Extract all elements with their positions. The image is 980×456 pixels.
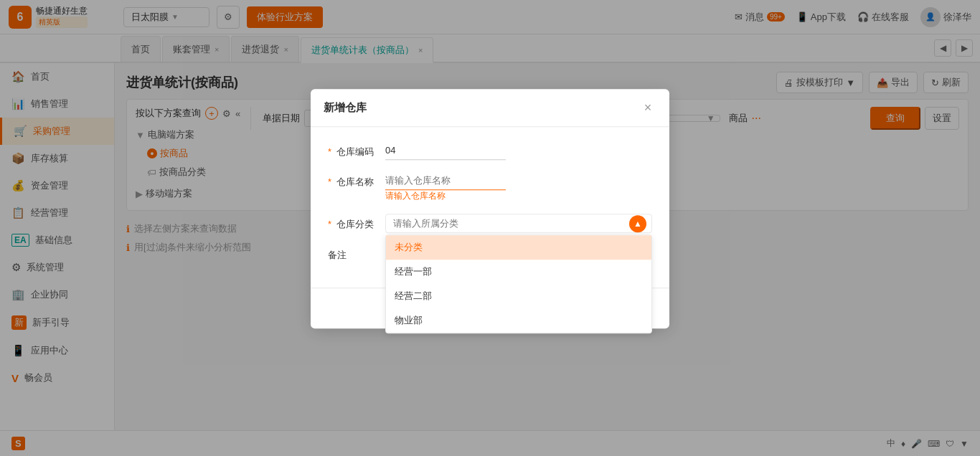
modal-close-button[interactable]: ×: [639, 99, 656, 116]
warehouse-code-input[interactable]: [385, 141, 506, 160]
modal-header: 新增仓库 ×: [311, 89, 669, 127]
warehouse-category-row: * 仓库分类 ▲ 未分类 经营一部 经营二部 物业部: [328, 214, 652, 233]
warehouse-category-label: * 仓库分类: [328, 214, 385, 231]
warehouse-name-input-wrap: [385, 171, 506, 190]
modal-title: 新增仓库: [324, 101, 367, 115]
warehouse-category-select-wrap: ▲ 未分类 经营一部 经营二部 物业部: [385, 214, 652, 233]
dropdown-option-uncategorized[interactable]: 未分类: [386, 235, 651, 260]
dropdown-option-dept1[interactable]: 经营一部: [386, 260, 651, 284]
dropdown-option-dept2[interactable]: 经营二部: [386, 284, 651, 308]
remark-label: 备注: [328, 244, 385, 262]
warehouse-category-input[interactable]: [385, 214, 652, 233]
warehouse-code-row: * 仓库编码: [328, 141, 652, 160]
warehouse-code-label: * 仓库编码: [328, 141, 385, 158]
modal-body: * 仓库编码 * 仓库名称 请输入仓库名称: [311, 127, 669, 288]
category-dropdown-toggle[interactable]: ▲: [629, 215, 646, 232]
warehouse-name-row: * 仓库名称 请输入仓库名称: [328, 171, 652, 202]
dropdown-option-property[interactable]: 物业部: [386, 308, 651, 333]
warehouse-code-input-wrap: [385, 141, 652, 160]
warehouse-name-error: 请输入仓库名称: [385, 190, 446, 202]
category-dropdown-list: 未分类 经营一部 经营二部 物业部: [385, 234, 652, 333]
warehouse-name-label: * 仓库名称: [328, 171, 385, 189]
warehouse-name-input[interactable]: [385, 171, 506, 190]
add-warehouse-modal: 新增仓库 × * 仓库编码 * 仓库名称: [311, 89, 669, 328]
